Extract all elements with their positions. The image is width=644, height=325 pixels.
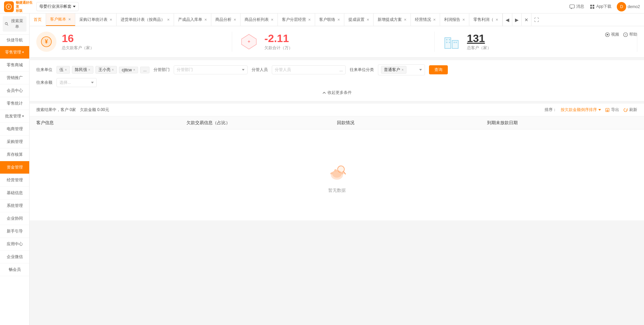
sidebar-item-retail-mall[interactable]: 零售商城 xyxy=(0,59,29,72)
tag-close-icon[interactable]: × xyxy=(88,68,90,72)
tab-home[interactable]: 首页 xyxy=(30,13,46,26)
tab-close-icon[interactable]: ✕ xyxy=(462,18,465,22)
unit-class-select[interactable]: 普通客户 × xyxy=(378,64,425,75)
search-result-label: 搜索结果中，客户 0家 xyxy=(36,107,76,113)
sidebar-item-enterprise-wechat[interactable]: 企业微信 xyxy=(0,251,29,263)
tab-customer-contact[interactable]: 客户联络 ✕ xyxy=(315,13,344,26)
chevron-down-icon: ▼ xyxy=(22,115,25,118)
page-content: ¥ 16 总欠款客户（家） + xyxy=(30,26,644,325)
tab-close-icon[interactable]: ✕ xyxy=(404,18,406,22)
tab-next-button[interactable]: ▶ xyxy=(512,13,521,26)
tab-close-icon[interactable]: ✕ xyxy=(271,18,273,22)
query-button[interactable]: 查询 xyxy=(429,65,448,74)
sidebar-item-purchase[interactable]: 采购管理 xyxy=(0,136,29,148)
tag-close-icon[interactable]: × xyxy=(133,68,135,72)
export-icon xyxy=(605,108,610,112)
tab-close-icon[interactable]: ✕ xyxy=(110,18,112,22)
more-person-icon[interactable]: ... xyxy=(339,68,343,72)
stat-owed-customers-label: 总欠款客户（家） xyxy=(62,45,94,51)
sidebar-item-system[interactable]: 系统管理 xyxy=(0,200,29,212)
owed-amount: 0.00元 xyxy=(97,107,109,112)
sidebar-item-operation[interactable]: 经营管理 xyxy=(0,174,29,187)
tab-new-reminder[interactable]: 新增提成方案 ✕ xyxy=(374,13,411,26)
tab-customer-tier[interactable]: 客户分层经营 ✕ xyxy=(278,13,315,26)
tab-close-icon[interactable]: ✕ xyxy=(367,18,369,22)
filter-tag-wang[interactable]: 王小亮 × xyxy=(95,66,117,74)
tab-retail-profit[interactable]: 零售利润（ ✕ xyxy=(469,13,503,26)
dept-select[interactable]: 分管部门 xyxy=(174,65,248,74)
sidebar-item-batch-mgmt[interactable]: 批发管理 ▼ xyxy=(0,110,29,123)
stat-owed-amount: + -2.11 欠款合计（万） xyxy=(232,32,435,52)
sidebar-item-vip-member[interactable]: 畅会员 xyxy=(0,263,29,276)
sidebar-item-ecommerce[interactable]: 电商管理 xyxy=(0,123,29,136)
tab-purchase-order[interactable]: 采购订单统计表 ✕ xyxy=(75,13,117,26)
search-icon xyxy=(5,22,8,26)
empty-icon xyxy=(324,156,350,183)
filter-tag-chen[interactable]: 陈民强 × xyxy=(72,66,93,74)
svg-text:+: + xyxy=(248,39,250,44)
sidebar-item-label: 批发管理 xyxy=(5,113,21,119)
tab-profit-report[interactable]: 利润报告 ✕ xyxy=(440,13,469,26)
sidebar-item-member-center[interactable]: 会员中心 xyxy=(0,84,29,97)
message-button[interactable]: 消息 xyxy=(569,4,584,9)
tab-close-icon[interactable]: ✕ xyxy=(167,18,170,22)
unit-class-tag[interactable]: 普通客户 × xyxy=(381,66,406,74)
tab-close-icon[interactable]: ✕ xyxy=(68,17,71,21)
filter-tag-cjttcw[interactable]: cjttcw × xyxy=(119,67,138,73)
sidebar-item-retail-stat[interactable]: 零售统计 xyxy=(0,97,29,110)
filter-tag-more[interactable]: ... xyxy=(140,67,149,73)
quick-nav-button[interactable]: 快捷导航 xyxy=(0,35,29,46)
company-selector[interactable]: 母婴行业演示帐套 xyxy=(36,2,79,11)
tag-close-icon[interactable]: × xyxy=(112,68,114,72)
collapse-filter-button[interactable]: 收起更多条件 xyxy=(322,90,352,96)
tab-close-all-button[interactable]: ✕ xyxy=(521,13,531,26)
app-download-button[interactable]: App下载 xyxy=(590,4,611,9)
video-link[interactable]: 视频 xyxy=(605,32,619,37)
export-button[interactable]: 导出 xyxy=(605,107,619,113)
sidebar-item-enterprise-collab[interactable]: 企业协同 xyxy=(0,212,29,225)
stat-info-owed-amount: -2.11 欠款合计（万） xyxy=(264,33,293,51)
tab-close-icon[interactable]: ✕ xyxy=(496,18,498,22)
tab-close-icon[interactable]: ✕ xyxy=(233,18,236,22)
search-menu-button[interactable]: 搜索菜单 xyxy=(3,16,27,32)
export-label: 导出 xyxy=(611,107,619,113)
tab-expand-button[interactable]: ⛶ xyxy=(531,13,542,26)
svg-rect-19 xyxy=(454,42,455,43)
tag-close-icon[interactable]: × xyxy=(65,68,67,72)
tab-cost-instock[interactable]: 产成品入库单 ✕ xyxy=(174,13,211,26)
filter-tag-wu[interactable]: 伍 × xyxy=(56,66,70,74)
help-link[interactable]: ? 帮助 xyxy=(623,32,637,37)
user-menu[interactable]: D demo2 xyxy=(617,2,640,11)
tab-prev-button[interactable]: ◀ xyxy=(503,13,512,26)
building-icon xyxy=(442,32,461,51)
refresh-button[interactable]: 刷新 xyxy=(623,107,637,113)
remainder-select[interactable]: 选择... xyxy=(56,78,97,87)
sort-select[interactable]: 按欠款金额倒序排序 xyxy=(561,107,601,113)
company-name: 母婴行业演示帐套 xyxy=(39,4,72,9)
chevron-down-icon xyxy=(73,6,76,7)
sidebar-item-inventory[interactable]: 库存核算 xyxy=(0,148,29,161)
tab-goods-analysis[interactable]: 商品分析 ✕ xyxy=(211,13,241,26)
sidebar-item-marketing[interactable]: 营销推广 xyxy=(0,72,29,84)
sidebar-item-label: 应用中心 xyxy=(7,242,23,246)
sidebar-item-finance[interactable]: 资金管理 xyxy=(0,161,29,174)
sidebar-item-app-center[interactable]: 应用中心 xyxy=(0,238,29,251)
tab-goods-analysis-list[interactable]: 商品分析列表 ✕ xyxy=(241,13,278,26)
person-select[interactable]: 分管人员 ... xyxy=(272,65,346,74)
tab-operation-status[interactable]: 经营情况 ✕ xyxy=(411,13,440,26)
tab-remind-settings[interactable]: 提成设置 ✕ xyxy=(344,13,374,26)
stat-links: 视频 ? 帮助 xyxy=(605,32,637,37)
tab-instock-stat[interactable]: 进货单统计表（按商品） ✕ xyxy=(117,13,174,26)
tab-close-icon[interactable]: ✕ xyxy=(433,18,436,22)
tab-close-icon[interactable]: ✕ xyxy=(308,18,311,22)
stat-total-customers-number: 131 xyxy=(467,33,491,44)
sidebar-item-label: 企业微信 xyxy=(7,254,23,259)
tab-close-icon[interactable]: ✕ xyxy=(337,18,340,22)
tab-customer-capital[interactable]: 客户账本 ✕ xyxy=(46,13,75,26)
sidebar-search-area: 搜索菜单 xyxy=(0,13,29,35)
tag-close-icon[interactable]: × xyxy=(401,68,403,72)
sidebar-item-retail-mgmt[interactable]: 零售管理 ▼ xyxy=(0,46,29,59)
sidebar-item-new-guide[interactable]: 新手引导 xyxy=(0,225,29,238)
sidebar-item-base-info[interactable]: 基础信息 xyxy=(0,187,29,200)
tab-close-icon[interactable]: ✕ xyxy=(204,18,207,22)
